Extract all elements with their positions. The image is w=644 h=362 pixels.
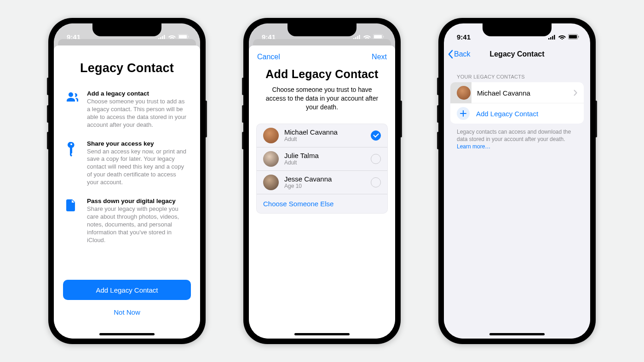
contact-row-jesse[interactable]: Jesse Cavanna Age 10 (257, 171, 387, 194)
nav-title: Legacy Contact (489, 50, 544, 58)
add-legacy-contact-row[interactable]: Add Legacy Contact (450, 103, 584, 124)
radio-selected-icon[interactable] (371, 130, 381, 141)
contact-picker: Michael Cavanna Adult Julie Talma Adult (256, 124, 388, 214)
plus-icon (457, 107, 470, 120)
people-icon (63, 90, 80, 129)
avatar (457, 86, 471, 100)
section-header: YOUR LEGACY CONTACTS (457, 74, 577, 79)
status-time: 9:41 (457, 33, 471, 41)
feature-text: Pass down your digital legacy Share your… (87, 198, 187, 244)
home-indicator[interactable] (99, 333, 155, 335)
contact-name: Michael Cavanna (284, 128, 365, 136)
wifi-icon (168, 34, 176, 40)
svg-rect-7 (569, 35, 577, 38)
contact-sub: Age 10 (284, 183, 365, 189)
home-indicator[interactable] (294, 333, 350, 335)
feature-text: Share your access key Send an access key… (87, 140, 187, 187)
home-indicator[interactable] (489, 333, 545, 335)
contact-row-michael[interactable]: Michael Cavanna Adult (257, 124, 387, 147)
svg-rect-1 (179, 35, 187, 38)
feature-text: Add a legacy contact Choose someone you … (87, 90, 187, 129)
footer-body: Legacy contacts can access and download … (457, 129, 571, 142)
svg-rect-8 (578, 36, 579, 38)
screen-3: 9:41 Back Legacy Contact YOUR LEGACY CON… (444, 23, 590, 339)
avatar (263, 151, 279, 167)
feature-body: Choose someone you trust to add as a leg… (87, 98, 187, 129)
back-label: Back (454, 50, 471, 58)
learn-more-link[interactable]: Learn more… (457, 143, 490, 150)
contact-name: Michael Cavanna (477, 89, 567, 97)
svg-rect-4 (374, 35, 382, 38)
cancel-button[interactable]: Cancel (257, 53, 280, 61)
nav-bar: Back Legacy Contact (444, 45, 590, 64)
cellular-icon (353, 34, 361, 40)
battery-icon (568, 34, 579, 40)
feature-body: Share your legacy with people you care a… (87, 205, 187, 244)
screen-1: 9:41 Legacy Contact Add a legacy contact… (54, 23, 200, 339)
back-button[interactable]: Back (444, 50, 471, 59)
contact-info: Julie Talma Adult (284, 152, 365, 166)
contact-sub: Adult (284, 159, 365, 166)
notch (483, 23, 552, 36)
svg-rect-2 (188, 36, 189, 38)
page-title: Legacy Contact (63, 61, 191, 75)
sheet-drag-bar (253, 39, 391, 45)
contact-sub: Adult (284, 136, 365, 142)
contact-name: Jesse Cavanna (284, 175, 365, 183)
feature-heading: Add a legacy contact (87, 90, 187, 97)
radio-unselected-icon[interactable] (371, 177, 381, 187)
phone-frame-1: 9:41 Legacy Contact Add a legacy contact… (48, 18, 206, 344)
feature-digital-legacy: Pass down your digital legacy Share your… (63, 198, 187, 244)
wifi-icon (558, 34, 566, 40)
sheet-drag-bar (58, 39, 196, 45)
feature-body: Send an access key now, or print and sav… (87, 148, 187, 187)
contact-info: Michael Cavanna Adult (284, 128, 365, 142)
feature-add-contact: Add a legacy contact Choose someone you … (63, 90, 187, 129)
navbar: Cancel Next (256, 50, 388, 66)
chevron-left-icon (448, 50, 453, 59)
page-title: Add Legacy Contact (256, 68, 388, 81)
phone-frame-2: 9:41 Cancel Next Add Legacy Contact Choo… (243, 18, 401, 344)
phone-frame-3: 9:41 Back Legacy Contact YOUR LEGACY CON… (438, 18, 596, 344)
settings-body: YOUR LEGACY CONTACTS Michael Cavanna Add… (444, 64, 590, 339)
svg-rect-5 (383, 36, 384, 38)
cellular-icon (158, 34, 166, 40)
add-contact-sheet: Cancel Next Add Legacy Contact Choose so… (249, 45, 395, 339)
radio-unselected-icon[interactable] (371, 154, 381, 164)
section-footer: Legacy contacts can access and download … (450, 124, 584, 151)
screen-2: 9:41 Cancel Next Add Legacy Contact Choo… (249, 23, 395, 339)
add-legacy-contact-button[interactable]: Add Legacy Contact (63, 280, 191, 300)
feature-heading: Share your access key (87, 140, 187, 147)
contact-name: Julie Talma (284, 152, 365, 159)
feature-heading: Pass down your digital legacy (87, 198, 187, 204)
key-icon (63, 140, 80, 187)
notch (92, 23, 161, 36)
notch (288, 23, 356, 36)
feature-access-key: Share your access key Send an access key… (63, 140, 187, 187)
cellular-icon (548, 34, 556, 40)
legacy-contact-row[interactable]: Michael Cavanna (450, 82, 584, 103)
add-label: Add Legacy Contact (476, 110, 577, 118)
legacy-contacts-group: Michael Cavanna Add Legacy Contact (450, 82, 584, 124)
avatar (263, 175, 279, 190)
document-icon (63, 198, 80, 244)
choose-someone-else-button[interactable]: Choose Someone Else (257, 194, 387, 213)
contact-row-julie[interactable]: Julie Talma Adult (257, 147, 387, 171)
avatar (263, 128, 279, 143)
not-now-button[interactable]: Not Now (63, 302, 191, 322)
page-subtitle: Choose someone you trust to have access … (256, 85, 388, 112)
intro-sheet: Legacy Contact Add a legacy contact Choo… (54, 45, 200, 339)
wifi-icon (363, 34, 371, 40)
chevron-right-icon (574, 90, 577, 96)
status-icons (548, 34, 579, 40)
contact-info: Jesse Cavanna Age 10 (284, 175, 365, 189)
next-button[interactable]: Next (372, 53, 387, 61)
